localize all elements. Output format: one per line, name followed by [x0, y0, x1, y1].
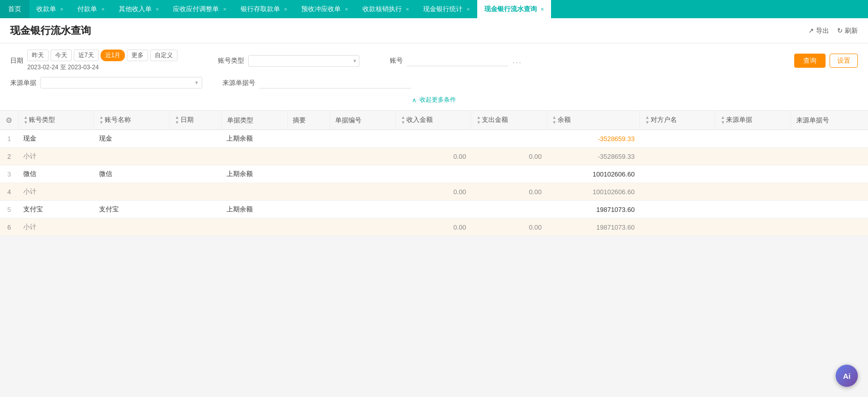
date-range-display: 2023-02-24 至 2023-03-24: [27, 63, 177, 72]
col-doc-type: 单据类型: [221, 111, 287, 130]
nav-tab-tongji[interactable]: 现金银行统计 ×: [416, 0, 477, 18]
top-navigation: 首页 收款单 × 付款单 × 其他收入单 × 应收应付调整单 × 银行存取款单 …: [0, 0, 868, 18]
collapse-bar[interactable]: ∧ 收起更多条件: [10, 94, 858, 106]
col-expense[interactable]: ▲▼支出金额: [471, 111, 547, 130]
account-label: 账号: [390, 56, 403, 65]
col-income[interactable]: ▲▼收入金额: [395, 111, 471, 130]
settings-button[interactable]: 设置: [830, 54, 858, 68]
cell-summary: [288, 201, 330, 218]
cell-counterpart: [639, 183, 715, 201]
col-counterpart[interactable]: ▲▼对方户名: [639, 111, 715, 130]
cell-source-doc: [715, 183, 791, 201]
cell-expense: 0.00: [471, 183, 547, 201]
date-btn-yesterday[interactable]: 昨天: [27, 50, 49, 61]
col-balance[interactable]: ▲▼余额: [547, 111, 640, 130]
date-btn-today[interactable]: 今天: [51, 50, 72, 61]
cell-account-type: 现金: [18, 130, 94, 148]
cell-source-doc-num: [791, 165, 868, 183]
nav-tab-liushui-close[interactable]: ×: [541, 0, 544, 18]
nav-home[interactable]: 首页: [0, 0, 29, 18]
nav-tab-fukuan-close[interactable]: ×: [101, 0, 104, 18]
cell-summary: [288, 218, 330, 236]
cell-account-type: 小计: [18, 148, 94, 165]
nav-tab-qita[interactable]: 其他收入单 ×: [112, 0, 166, 18]
nav-tab-fukuan[interactable]: 付款单 ×: [70, 0, 111, 18]
query-button[interactable]: 查询: [794, 54, 826, 68]
cell-doc-number: [330, 183, 395, 201]
cell-date: [169, 130, 221, 148]
cell-doc-type: [221, 148, 287, 165]
cell-source-doc-num: [791, 148, 868, 165]
cell-doc-type: 上期余额: [221, 130, 287, 148]
cell-date: [169, 183, 221, 201]
source-doc-num-input[interactable]: [259, 77, 411, 89]
col-source-doc-num: 来源单据号: [791, 111, 868, 130]
date-btn-7days[interactable]: 近7天: [74, 50, 99, 61]
refresh-button[interactable]: ↻ 刷新: [837, 26, 858, 35]
nav-tab-liushui[interactable]: 现金银行流水查询 ×: [477, 0, 551, 18]
cell-summary: [288, 165, 330, 183]
nav-tab-hexiao-close[interactable]: ×: [406, 0, 409, 18]
col-gear[interactable]: ⚙: [0, 111, 18, 130]
date-btn-custom[interactable]: 自定义: [150, 50, 177, 61]
col-source-doc[interactable]: ▲▼来源单据: [715, 111, 791, 130]
cell-income: 0.00: [395, 183, 471, 201]
cell-summary: [288, 183, 330, 201]
nav-tab-hexiao[interactable]: 收款核销执行 ×: [355, 0, 416, 18]
date-btn-1month[interactable]: 近1月: [101, 50, 125, 61]
cell-source-doc: [715, 165, 791, 183]
table-row: 1 现金 现金 上期余额 -3528659.33: [0, 130, 868, 148]
account-more-dots[interactable]: ...: [512, 56, 522, 65]
col-doc-number: 单据编号: [330, 111, 395, 130]
table-row: 5 支付宝 支付宝 上期余额 19871073.60: [0, 201, 868, 218]
cell-income: 0.00: [395, 148, 471, 165]
cell-account-type: 支付宝: [18, 201, 94, 218]
date-btn-more[interactable]: 更多: [127, 50, 148, 61]
cell-doc-type: [221, 218, 287, 236]
cell-counterpart: [639, 218, 715, 236]
cell-account-name: [94, 148, 170, 165]
source-doc-select-wrapper: [40, 77, 202, 89]
cell-counterpart: [639, 165, 715, 183]
account-input[interactable]: [407, 55, 508, 66]
nav-tab-shoukuan[interactable]: 收款单 ×: [29, 0, 70, 18]
nav-tab-shoukuan-close[interactable]: ×: [60, 0, 63, 18]
source-doc-select[interactable]: [40, 77, 202, 89]
nav-tab-yinhang[interactable]: 银行存取款单 ×: [234, 0, 294, 18]
col-date[interactable]: ▲▼日期: [169, 111, 221, 130]
nav-tab-yushou-close[interactable]: ×: [345, 0, 348, 18]
cell-date: [169, 218, 221, 236]
cell-num: 1: [0, 130, 18, 148]
source-doc-label: 来源单据: [10, 78, 36, 87]
cell-income: [395, 201, 471, 218]
gear-icon[interactable]: ⚙: [6, 116, 12, 124]
cell-balance: 19871073.60: [547, 201, 640, 218]
cell-source-doc: [715, 130, 791, 148]
col-account-type[interactable]: ▲▼账号类型: [18, 111, 94, 130]
nav-tab-yinhang-close[interactable]: ×: [284, 0, 287, 18]
filter-row-1: 日期 昨天 今天 近7天 近1月 更多 自定义 2023-02-24 至 202…: [10, 50, 858, 72]
table-row: 4 小计 0.00 0.00 100102606.60: [0, 183, 868, 201]
account-type-select[interactable]: [248, 55, 359, 67]
nav-tab-tongji-close[interactable]: ×: [467, 0, 470, 18]
header-actions: ↗ 导出 ↻ 刷新: [808, 26, 858, 35]
cell-doc-type: 上期余额: [221, 165, 287, 183]
col-account-name[interactable]: ▲▼账号名称: [94, 111, 170, 130]
cell-account-name: 支付宝: [94, 201, 170, 218]
cell-balance: 100102606.60: [547, 183, 640, 201]
nav-tab-yingshouying[interactable]: 应收应付调整单 ×: [166, 0, 233, 18]
cell-balance: -3528659.33: [547, 130, 640, 148]
cell-doc-number: [330, 148, 395, 165]
nav-tab-qita-close[interactable]: ×: [156, 0, 159, 18]
cell-account-type: 小计: [18, 183, 94, 201]
date-label: 日期: [10, 56, 23, 65]
export-button[interactable]: ↗ 导出: [808, 26, 829, 35]
nav-tab-yingshouying-close[interactable]: ×: [223, 0, 226, 18]
nav-tab-yushou[interactable]: 预收冲应收单 ×: [294, 0, 355, 18]
cell-num: 2: [0, 148, 18, 165]
cell-doc-number: [330, 130, 395, 148]
source-doc-num-label: 来源单据号: [222, 78, 255, 87]
sort-counterpart-icon: ▲▼: [645, 115, 650, 125]
account-type-select-wrapper: [248, 55, 359, 67]
cell-source-doc: [715, 201, 791, 218]
